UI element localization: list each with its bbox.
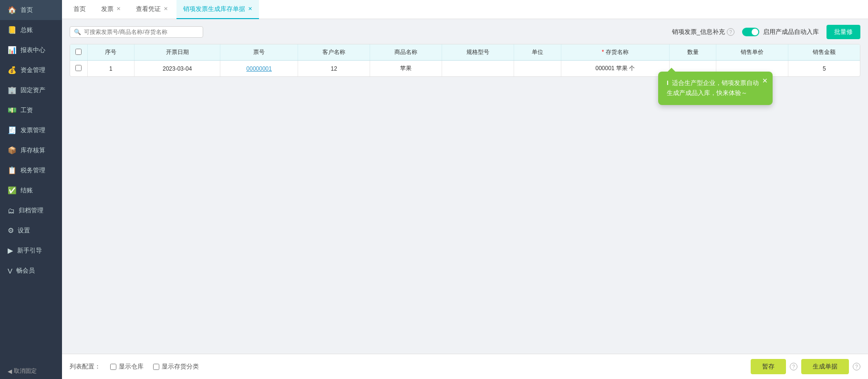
sidebar-label-member: 畅会员 [16, 266, 35, 275]
sidebar-label-home: 首页 [21, 6, 33, 14]
tab-home[interactable]: 首页 [67, 0, 93, 19]
search-box[interactable]: 🔍 [70, 26, 203, 38]
cancel-fixed-label: 取消固定 [14, 367, 37, 375]
sidebar-label-guide: 新手引导 [17, 246, 42, 255]
sidebar-item-guide[interactable]: ▶ 新手引导 [0, 241, 62, 261]
show-category-label: 显示存货分类 [162, 362, 199, 371]
row-amount: 5 [788, 61, 860, 77]
row-inventory-name: 000001 苹果 个 [561, 61, 669, 77]
sidebar-item-general-ledger[interactable]: 📒 总账 [0, 20, 62, 40]
generate-help-icon[interactable]: ? [853, 363, 860, 370]
tab-view-voucher-label: 查看凭证 [136, 5, 161, 13]
info-text: 销项发票_信息补充 [672, 28, 725, 36]
sidebar-label-payroll: 工资 [21, 106, 33, 115]
tab-view-voucher[interactable]: 查看凭证 ✕ [129, 0, 175, 19]
sidebar-label-settings: 设置 [18, 226, 30, 235]
sidebar-item-fund-management[interactable]: 💰 资金管理 [0, 60, 62, 80]
sidebar-item-settlement[interactable]: ✅ 结账 [0, 180, 62, 200]
tab-view-voucher-close[interactable]: ✕ [164, 6, 168, 12]
report-icon: 📊 [8, 46, 17, 54]
sidebar-label-invoice-management: 发票管理 [21, 126, 45, 135]
sidebar-item-invoice-management[interactable]: 🧾 发票管理 [0, 120, 62, 140]
select-all-checkbox[interactable] [75, 49, 82, 55]
th-unit-price: 销售单价 [716, 44, 788, 61]
member-icon: V [8, 267, 12, 275]
row-seq: 1 [87, 61, 134, 77]
toolbar-right: 销项发票_信息补充 ? 启用产成品自动入库 批量修 [672, 25, 860, 39]
row-spec [442, 61, 514, 77]
sidebar-item-member[interactable]: V 畅会员 [0, 261, 62, 281]
sidebar-item-tax-management[interactable]: 📋 税务管理 [0, 160, 62, 180]
toolbar-row: 🔍 销项发票_信息补充 ? 启用产成品自动入库 批量修 [70, 25, 860, 39]
info-help-icon[interactable]: ? [727, 28, 734, 36]
cancel-fixed-button[interactable]: ◀ 取消固定 [0, 363, 62, 379]
ticket-no-link[interactable]: 00000001 [247, 65, 272, 72]
th-seq: 序号 [87, 44, 134, 61]
sidebar-label-fixed-assets: 固定资产 [21, 86, 45, 95]
th-inventory-name: * 存货名称 [561, 44, 669, 61]
th-unit: 单位 [514, 44, 561, 61]
sidebar-label-inventory: 库存核算 [21, 146, 45, 155]
show-warehouse-label: 显示仓库 [119, 362, 144, 371]
search-input[interactable] [84, 29, 199, 35]
sidebar: 🏠 首页 📒 总账 📊 报表中心 💰 资金管理 🏢 固定资产 💵 工资 🧾 发票… [0, 0, 62, 379]
show-category-checkbox[interactable] [153, 364, 159, 370]
save-button[interactable]: 暂存 [751, 359, 786, 374]
sidebar-item-fixed-assets[interactable]: 🏢 固定资产 [0, 80, 62, 100]
th-checkbox [70, 44, 87, 61]
row-open-date: 2023-03-04 [134, 61, 220, 77]
tooltip-box: ✕ I 适合生产型企业，销项发票自动生成产成品入库，快来体验～ [658, 72, 773, 105]
tab-invoice-close[interactable]: ✕ [116, 6, 121, 12]
home-icon: 🏠 [8, 6, 17, 14]
payroll-icon: 💵 [8, 106, 17, 115]
th-open-date: 开票日期 [134, 44, 220, 61]
tooltip-text: 适合生产型企业，销项发票自动生成产成品入库，快来体验～ [667, 79, 759, 96]
sidebar-label-settlement: 结账 [21, 186, 33, 195]
toggle-label: 启用产成品自动入库 [763, 28, 819, 36]
sidebar-item-report-center[interactable]: 📊 报表中心 [0, 40, 62, 60]
tab-cancel-invoice-label: 销项发票生成库存单据 [183, 5, 245, 13]
cancel-fixed-icon: ◀ [8, 368, 12, 375]
generate-button[interactable]: 生成单据 [801, 359, 849, 374]
row-ticket-no: 00000001 [220, 61, 298, 77]
save-help-icon[interactable]: ? [790, 363, 797, 370]
invoice-icon: 🧾 [8, 126, 17, 135]
sidebar-item-payroll[interactable]: 💵 工资 [0, 100, 62, 120]
ledger-icon: 📒 [8, 26, 17, 34]
th-spec: 规格型号 [442, 44, 514, 61]
row-checkbox[interactable] [75, 65, 82, 71]
list-config-label: 列表配置： [70, 362, 101, 371]
assets-icon: 🏢 [8, 86, 17, 95]
table-header-row: 序号 开票日期 票号 客户名称 商品名称 规格型号 单位 * 存货名称 数量 销… [70, 44, 860, 61]
sidebar-item-home[interactable]: 🏠 首页 [0, 0, 62, 20]
tab-cancel-invoice[interactable]: 销项发票生成库存单据 ✕ [176, 0, 259, 19]
row-checkbox-cell[interactable] [70, 61, 87, 77]
page-content: 🔍 销项发票_信息补充 ? 启用产成品自动入库 批量修 [62, 19, 868, 354]
sidebar-label-fund-management: 资金管理 [21, 66, 45, 74]
info-label: 销项发票_信息补充 ? [672, 28, 734, 36]
show-category-option[interactable]: 显示存货分类 [153, 362, 199, 371]
main-area: 首页 发票 ✕ 查看凭证 ✕ 销项发票生成库存单据 ✕ 🔍 销项发票_信息补充 [62, 0, 868, 379]
tooltip-highlight: I [667, 79, 669, 86]
show-warehouse-option[interactable]: 显示仓库 [110, 362, 144, 371]
sidebar-label-archive: 归档管理 [19, 206, 43, 215]
auto-inbound-toggle[interactable] [742, 28, 759, 36]
row-unit [514, 61, 561, 77]
toggle-group: 启用产成品自动入库 [742, 28, 819, 36]
archive-icon: 🗂 [8, 207, 15, 215]
tab-invoice[interactable]: 发票 ✕ [94, 0, 127, 19]
sidebar-item-settings[interactable]: ⚙ 设置 [0, 221, 62, 241]
batch-edit-button[interactable]: 批量修 [827, 25, 860, 39]
fund-icon: 💰 [8, 66, 17, 74]
search-icon: 🔍 [74, 29, 81, 35]
sidebar-item-inventory[interactable]: 📦 库存核算 [0, 140, 62, 160]
tab-cancel-invoice-close[interactable]: ✕ [248, 6, 252, 12]
show-warehouse-checkbox[interactable] [110, 364, 116, 370]
th-customer: 客户名称 [298, 44, 370, 61]
sidebar-item-archive[interactable]: 🗂 归档管理 [0, 200, 62, 221]
tooltip-close-button[interactable]: ✕ [762, 75, 768, 86]
tax-icon: 📋 [8, 166, 17, 175]
guide-icon: ▶ [8, 246, 13, 255]
th-product-name: 商品名称 [370, 44, 442, 61]
sidebar-label-general-ledger: 总账 [21, 26, 33, 34]
